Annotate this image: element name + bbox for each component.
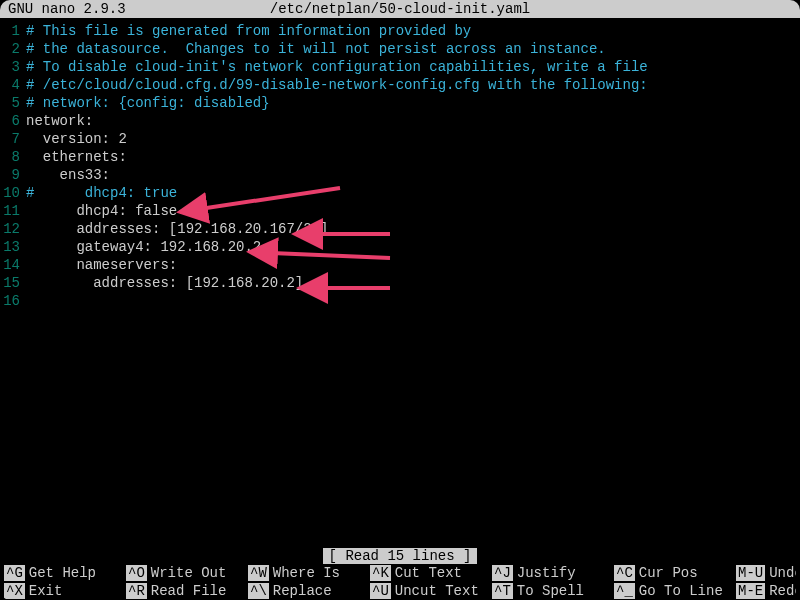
shortcut-key: ^T bbox=[492, 583, 513, 599]
line-text: ens33: bbox=[22, 166, 110, 184]
shortcut-key: ^O bbox=[126, 565, 147, 581]
shortcut-key: ^C bbox=[614, 565, 635, 581]
code-line[interactable]: 14 nameservers: bbox=[0, 256, 800, 274]
line-number: 3 bbox=[0, 58, 22, 76]
code-line[interactable]: 3# To disable cloud-init's network confi… bbox=[0, 58, 800, 76]
code-line[interactable]: 8 ethernets: bbox=[0, 148, 800, 166]
shortcut-label: To Spell bbox=[517, 583, 584, 599]
shortcut-label: Where Is bbox=[273, 565, 340, 581]
code-line[interactable]: 16 bbox=[0, 292, 800, 310]
shortcut-item: ^WWhere Is bbox=[248, 564, 370, 582]
line-number: 10 bbox=[0, 184, 22, 202]
line-text: network: bbox=[22, 112, 93, 130]
shortcut-item: ^_Go To Line bbox=[614, 582, 736, 600]
shortcut-item: ^CCur Pos bbox=[614, 564, 736, 582]
line-text bbox=[22, 292, 26, 310]
shortcut-key: ^W bbox=[248, 565, 269, 581]
shortcut-label: Cut Text bbox=[395, 565, 462, 581]
code-line[interactable]: 10# dhcp4: true bbox=[0, 184, 800, 202]
line-text: ethernets: bbox=[22, 148, 127, 166]
shortcut-key: M-E bbox=[736, 583, 765, 599]
line-text: # To disable cloud-init's network config… bbox=[22, 58, 648, 76]
shortcut-item: ^JJustify bbox=[492, 564, 614, 582]
shortcut-label: Cur Pos bbox=[639, 565, 698, 581]
line-number: 4 bbox=[0, 76, 22, 94]
file-path: /etc/netplan/50-cloud-init.yaml bbox=[270, 0, 530, 18]
shortcut-key: ^J bbox=[492, 565, 513, 581]
code-line[interactable]: 15 addresses: [192.168.20.2] bbox=[0, 274, 800, 292]
code-line[interactable]: 1# This file is generated from informati… bbox=[0, 22, 800, 40]
shortcut-label: Read File bbox=[151, 583, 227, 599]
line-text: nameservers: bbox=[22, 256, 177, 274]
shortcut-label: Exit bbox=[29, 583, 63, 599]
shortcut-key: M-U bbox=[736, 565, 765, 581]
line-number: 11 bbox=[0, 202, 22, 220]
shortcut-item: M-UUndo bbox=[736, 564, 796, 582]
line-text: addresses: [192.168.20.167/24] bbox=[22, 220, 328, 238]
shortcut-key: ^_ bbox=[614, 583, 635, 599]
editor-content[interactable]: 1# This file is generated from informati… bbox=[0, 18, 800, 314]
shortcut-bar: ^GGet Help^OWrite Out^WWhere Is^KCut Tex… bbox=[0, 564, 800, 600]
code-line[interactable]: 4# /etc/cloud/cloud.cfg.d/99-disable-net… bbox=[0, 76, 800, 94]
line-text: gateway4: 192.168.20.2 bbox=[22, 238, 261, 256]
code-line[interactable]: 5# network: {config: disabled} bbox=[0, 94, 800, 112]
shortcut-item: ^UUncut Text bbox=[370, 582, 492, 600]
shortcut-key: ^\ bbox=[248, 583, 269, 599]
shortcut-item: ^XExit bbox=[4, 582, 126, 600]
code-line[interactable]: 12 addresses: [192.168.20.167/24] bbox=[0, 220, 800, 238]
line-number: 2 bbox=[0, 40, 22, 58]
line-text: version: 2 bbox=[22, 130, 127, 148]
shortcut-item: M-ERedo bbox=[736, 582, 796, 600]
line-number: 15 bbox=[0, 274, 22, 292]
shortcut-item: ^TTo Spell bbox=[492, 582, 614, 600]
shortcut-item: ^OWrite Out bbox=[126, 564, 248, 582]
code-line[interactable]: 6network: bbox=[0, 112, 800, 130]
shortcut-label: Write Out bbox=[151, 565, 227, 581]
line-number: 5 bbox=[0, 94, 22, 112]
shortcut-key: ^R bbox=[126, 583, 147, 599]
shortcut-item: ^KCut Text bbox=[370, 564, 492, 582]
line-number: 6 bbox=[0, 112, 22, 130]
shortcut-label: Undo bbox=[769, 565, 796, 581]
line-text: # network: {config: disabled} bbox=[22, 94, 270, 112]
line-number: 9 bbox=[0, 166, 22, 184]
code-line[interactable]: 11 dhcp4: false bbox=[0, 202, 800, 220]
shortcut-label: Replace bbox=[273, 583, 332, 599]
line-text: # This file is generated from informatio… bbox=[22, 22, 471, 40]
shortcut-label: Get Help bbox=[29, 565, 96, 581]
shortcut-key: ^X bbox=[4, 583, 25, 599]
shortcut-item: ^\Replace bbox=[248, 582, 370, 600]
line-number: 7 bbox=[0, 130, 22, 148]
code-line[interactable]: 9 ens33: bbox=[0, 166, 800, 184]
shortcut-key: ^G bbox=[4, 565, 25, 581]
line-text: dhcp4: false bbox=[22, 202, 177, 220]
status-bar: [ Read 15 lines ] bbox=[0, 548, 800, 564]
line-number: 13 bbox=[0, 238, 22, 256]
nano-titlebar: GNU nano 2.9.3 /etc/netplan/50-cloud-ini… bbox=[0, 0, 800, 18]
line-text: # dhcp4: true bbox=[22, 184, 177, 202]
shortcut-item: ^RRead File bbox=[126, 582, 248, 600]
line-number: 16 bbox=[0, 292, 22, 310]
line-number: 8 bbox=[0, 148, 22, 166]
shortcut-item: ^GGet Help bbox=[4, 564, 126, 582]
status-text: [ Read 15 lines ] bbox=[323, 548, 478, 564]
app-version: GNU nano 2.9.3 bbox=[8, 0, 126, 18]
shortcut-key: ^U bbox=[370, 583, 391, 599]
code-line[interactable]: 13 gateway4: 192.168.20.2 bbox=[0, 238, 800, 256]
shortcut-label: Uncut Text bbox=[395, 583, 479, 599]
line-number: 12 bbox=[0, 220, 22, 238]
shortcut-label: Justify bbox=[517, 565, 576, 581]
line-text: # the datasource. Changes to it will not… bbox=[22, 40, 606, 58]
line-text: addresses: [192.168.20.2] bbox=[22, 274, 303, 292]
shortcut-key: ^K bbox=[370, 565, 391, 581]
shortcut-label: Redo bbox=[769, 583, 796, 599]
line-number: 14 bbox=[0, 256, 22, 274]
shortcut-label: Go To Line bbox=[639, 583, 723, 599]
code-line[interactable]: 2# the datasource. Changes to it will no… bbox=[0, 40, 800, 58]
code-line[interactable]: 7 version: 2 bbox=[0, 130, 800, 148]
line-text: # /etc/cloud/cloud.cfg.d/99-disable-netw… bbox=[22, 76, 648, 94]
line-number: 1 bbox=[0, 22, 22, 40]
